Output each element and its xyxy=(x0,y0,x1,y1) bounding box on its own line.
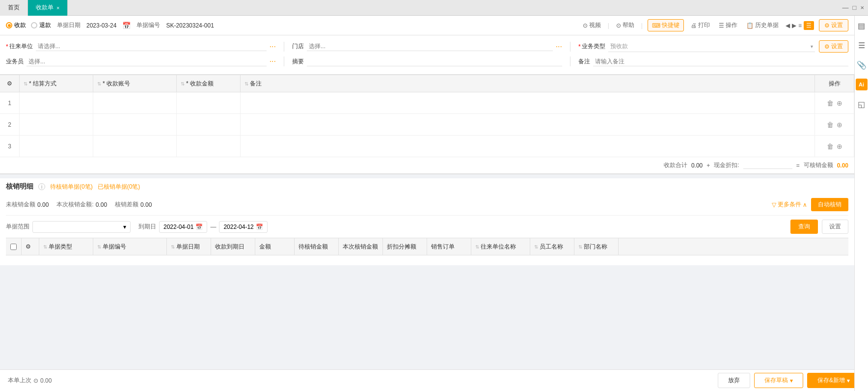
radio-dot-shouquan xyxy=(6,22,12,28)
help-icon: ⊙ xyxy=(616,22,621,29)
biz-type-select[interactable]: 预收款 ▾ xyxy=(608,41,815,52)
shortcut-btn[interactable]: ⌨ 快捷键 xyxy=(648,19,684,31)
partner-more-btn[interactable]: ··· xyxy=(270,42,276,51)
biz-type-value: 预收款 xyxy=(610,42,628,51)
td-remark-2[interactable] xyxy=(241,114,815,135)
dth-pending: 待核销金额 xyxy=(295,238,339,255)
dth-check[interactable] xyxy=(6,238,22,255)
td-account-3[interactable] xyxy=(93,136,177,157)
td-account-2[interactable] xyxy=(93,114,177,135)
td-remark-3[interactable] xyxy=(241,136,815,157)
shop-input[interactable] xyxy=(307,42,553,51)
tab-close-icon[interactable]: × xyxy=(56,5,59,11)
minimize-icon[interactable]: — xyxy=(842,4,849,11)
td-amount-1[interactable] xyxy=(177,92,241,113)
dth-amount: 金额 xyxy=(255,238,295,255)
video-btn[interactable]: ⊙ 视频 xyxy=(581,20,603,30)
row-delete-icon-3[interactable]: 🗑 xyxy=(827,142,834,150)
layout-list-icon[interactable]: ≡ xyxy=(798,22,802,29)
form-area: * 往来单位 ··· 门店 ··· * 业务类型 预收款 ▾ ⚙ xyxy=(0,35,854,75)
auto-writeoff-btn[interactable]: 自动核销 xyxy=(811,198,848,211)
settings-btn[interactable]: ⚙ 设置 xyxy=(819,19,848,31)
save-draft-btn[interactable]: 保存草稿 ▾ xyxy=(754,373,803,388)
more-conditions-btn[interactable]: ▽ 更多条件 ∧ xyxy=(772,200,807,209)
td-settle-1[interactable] xyxy=(20,92,93,113)
sidebar-expand-icon[interactable]: ◱ xyxy=(856,98,868,110)
td-settle-2[interactable] xyxy=(20,114,93,135)
td-amount-2[interactable] xyxy=(177,114,241,135)
due-from-input[interactable]: 2022-04-01 📅 xyxy=(159,221,207,233)
video-icon: ⊙ xyxy=(583,22,588,29)
sidebar-table-icon[interactable]: ▤ xyxy=(856,20,868,31)
tab-home[interactable]: 首页 xyxy=(0,0,28,16)
pending-tab[interactable]: 待核销单据(0笔) xyxy=(50,183,93,191)
tab-current[interactable]: 收款单 × xyxy=(28,0,68,16)
dth-discount: 折扣分摊额 xyxy=(383,238,427,255)
select-all-checkbox[interactable] xyxy=(10,244,17,250)
nav-left-icon[interactable]: ◀ xyxy=(786,22,790,29)
summary-input[interactable] xyxy=(307,57,562,66)
row-copy-icon-2[interactable]: ⊕ xyxy=(837,121,842,129)
writeoff-info-icon[interactable]: i xyxy=(38,183,45,190)
td-remark-1[interactable] xyxy=(241,92,815,113)
th-remark: ⇅ 备注 xyxy=(241,75,815,92)
td-amount-3[interactable] xyxy=(177,136,241,157)
td-settle-3[interactable] xyxy=(20,136,93,157)
dth-duedate-text: 收款到期日 xyxy=(215,243,244,251)
staff-input[interactable] xyxy=(27,57,267,66)
tab-current-label: 收款单 xyxy=(36,3,54,12)
row-delete-icon-2[interactable]: 🗑 xyxy=(827,121,834,129)
biz-settings-btn[interactable]: ⚙ 设置 xyxy=(819,40,848,53)
maximize-icon[interactable]: □ xyxy=(853,4,857,11)
due-to-input[interactable]: 2022-04-12 📅 xyxy=(219,221,267,233)
row-copy-icon-1[interactable]: ⊕ xyxy=(837,99,842,107)
toolbar-right: ⊙ 视频 | ⊙ 帮助 | ⌨ 快捷键 🖨 打印 ☰ 操作 📋 xyxy=(581,19,848,31)
writeoff-header: 核销明细 i 待核销单据(0笔) 已核销单据(0笔) xyxy=(6,182,848,191)
calendar-icon[interactable]: 📅 xyxy=(122,22,131,29)
help-label: 帮助 xyxy=(623,21,634,29)
th-amount-text: 收款金额 xyxy=(190,80,214,88)
radio-shouquan[interactable]: 收款 xyxy=(6,21,26,29)
th-settle-sort: ⇅ xyxy=(24,81,27,86)
staff-more-btn[interactable]: ··· xyxy=(270,57,276,66)
th-action: 操作 xyxy=(815,75,854,92)
td-action-1: 🗑 ⊕ xyxy=(815,92,854,113)
radio-tuiquan[interactable]: 退款 xyxy=(31,21,51,29)
shop-more-btn[interactable]: ··· xyxy=(556,42,562,51)
query-btn[interactable]: 查询 xyxy=(790,220,818,234)
operate-btn[interactable]: ☰ 操作 xyxy=(717,20,739,30)
tab-home-label: 首页 xyxy=(8,3,20,12)
layout-grid-icon[interactable]: ☰ xyxy=(804,21,814,30)
sidebar-attach-icon[interactable]: 📎 xyxy=(856,59,868,71)
discount-input[interactable] xyxy=(743,162,792,169)
close-icon[interactable]: × xyxy=(860,4,864,11)
biz-settings-icon: ⚙ xyxy=(824,43,830,50)
th-remark-text: 备注 xyxy=(250,80,262,88)
radio-shouquan-label: 收款 xyxy=(14,21,26,29)
range-arrow: ▾ xyxy=(123,223,126,230)
dth-staff-text: 员工名称 xyxy=(540,243,563,251)
nav-right-icon[interactable]: ▶ xyxy=(792,22,796,29)
th-remark-sort: ⇅ xyxy=(244,81,248,86)
sidebar-ai-icon[interactable]: Ai xyxy=(856,79,868,90)
abandon-btn[interactable]: 放弃 xyxy=(718,373,750,388)
range-select[interactable]: ▾ xyxy=(32,221,131,233)
dth-settings[interactable]: ⚙ xyxy=(22,238,39,255)
help-btn[interactable]: ⊙ 帮助 xyxy=(614,20,636,30)
partner-input[interactable] xyxy=(36,42,267,51)
filter-settings-btn[interactable]: 设置 xyxy=(822,220,848,234)
unwritten-value: 0.00 xyxy=(37,201,49,208)
form-divider-1 xyxy=(284,42,284,52)
td-action-2: 🗑 ⊕ xyxy=(815,114,854,135)
th-settings[interactable]: ⚙ xyxy=(0,75,20,92)
td-account-1[interactable] xyxy=(93,92,177,113)
row-copy-icon-3[interactable]: ⊕ xyxy=(837,142,842,150)
remark-input[interactable] xyxy=(593,57,848,66)
total-label: 收款合计 xyxy=(664,161,687,169)
done-tab[interactable]: 已核销单据(0笔) xyxy=(98,183,140,191)
sidebar-list-icon[interactable]: ☰ xyxy=(856,39,868,51)
print-btn[interactable]: 🖨 打印 xyxy=(689,20,712,30)
row-delete-icon-1[interactable]: 🗑 xyxy=(827,99,834,107)
save-new-btn[interactable]: 保存&新增 ▾ xyxy=(807,373,860,388)
history-btn[interactable]: 📋 历史单据 xyxy=(744,20,781,30)
